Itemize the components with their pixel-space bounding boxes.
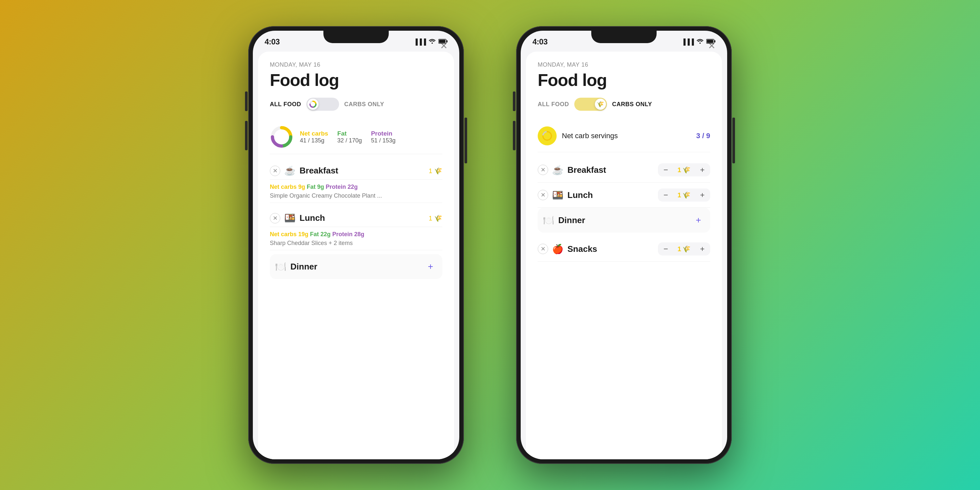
snacks-stepper-row: ✕ 🍎 Snacks − 1 🌾 +: [538, 237, 710, 262]
breakfast-detail-left: Net carbs 9g Fat 9g Protein 22g Simple O…: [270, 180, 442, 203]
svg-rect-9: [707, 40, 713, 43]
page-title-left: Food log: [270, 70, 442, 90]
protein-label: Protein: [371, 130, 396, 137]
wifi-icon-left: [429, 38, 436, 45]
dinner-name-left: Dinner: [290, 262, 420, 272]
breakfast-delete-btn-left[interactable]: ✕: [270, 165, 280, 176]
dinner-header-right: 🍽️ Dinner +: [543, 208, 705, 232]
breakfast-delete-btn-right[interactable]: ✕: [538, 165, 548, 175]
svg-point-6: [699, 43, 701, 44]
toggle-right: ALL FOOD 🌾 CARBS ONLY: [538, 98, 710, 111]
lunch-food-left: Sharp Cheddar Slices + 2 items: [270, 240, 442, 247]
lunch-stepper: − 1 🌾 +: [658, 188, 710, 202]
breakfast-increment-btn[interactable]: +: [696, 163, 709, 177]
carb-label: Net carb servings: [562, 132, 691, 140]
status-time-left: 4:03: [265, 37, 280, 46]
nutrition-values: Net carbs 41 / 135g Fat 32 / 170g Protei…: [300, 130, 396, 144]
breakfast-stepper-value: 1 🌾: [676, 166, 692, 174]
lunch-delete-btn-left[interactable]: ✕: [270, 213, 280, 223]
dinner-section-left: 🍽️ Dinner +: [270, 254, 442, 279]
snacks-increment-btn[interactable]: +: [696, 242, 709, 255]
snacks-delete-btn-right[interactable]: ✕: [538, 244, 548, 254]
protein-item: Protein 51 / 153g: [371, 130, 396, 144]
volume-down-button[interactable]: [245, 121, 248, 150]
snacks-icon-right: 🍎: [552, 244, 563, 255]
dinner-name-right: Dinner: [558, 215, 688, 225]
svg-rect-2: [447, 40, 447, 43]
ring-chart: [270, 125, 293, 149]
toggle-all-food-label-right[interactable]: ALL FOOD: [538, 101, 569, 108]
screen-content-right: ✕ MONDAY, MAY 16 Food log ALL FOOD 🌾 CAR…: [526, 52, 722, 459]
carb-icon: [538, 126, 557, 145]
date-right: MONDAY, MAY 16: [538, 61, 710, 68]
lunch-detail-left: Net carbs 19g Fat 22g Protein 28g Sharp …: [270, 227, 442, 250]
volume-up-button[interactable]: [245, 91, 248, 111]
lunch-name-right: Lunch: [568, 190, 654, 200]
lunch-delete-btn-right[interactable]: ✕: [538, 190, 548, 200]
breakfast-stepper-row: ✕ ☕ Breakfast − 1 🌾 +: [538, 158, 710, 183]
toggle-carbs-only-label-left[interactable]: CARBS ONLY: [344, 101, 384, 108]
lunch-stepper-value: 1 🌾: [676, 191, 692, 199]
breakfast-macros-left: Net carbs 9g Fat 9g Protein 22g: [270, 184, 442, 191]
protein-value: 51 / 153g: [371, 137, 396, 144]
dinner-icon-right: 🍽️: [543, 215, 554, 226]
notch-right: [591, 31, 657, 43]
volume-down-button-right[interactable]: [513, 121, 515, 150]
fat-value: 32 / 170g: [337, 137, 362, 144]
lunch-icon-left: 🍱: [284, 213, 296, 223]
breakfast-serving-left: 1 🌾: [429, 167, 442, 175]
status-time-right: 4:03: [533, 37, 547, 46]
toggle-switch-right[interactable]: 🌾: [574, 98, 607, 111]
breakfast-header-left: ✕ ☕ Breakfast 1 🌾: [270, 159, 442, 180]
fat-item: Fat 32 / 170g: [337, 130, 362, 144]
dinner-add-btn-right[interactable]: +: [692, 214, 705, 227]
phone-screen-left: 4:03 ▐▐▐ ✕ MONDAY, MAY 16 Food log ALL F…: [253, 31, 459, 459]
dinner-section-right: 🍽️ Dinner +: [538, 208, 710, 232]
battery-icon-left: [438, 38, 447, 45]
status-icons-left: ▐▐▐: [414, 38, 447, 45]
dinner-add-btn-left[interactable]: +: [424, 260, 437, 273]
lunch-serving-left: 1 🌾: [429, 214, 442, 222]
net-carb-row: Net carb servings 3 / 9: [538, 120, 710, 152]
wifi-icon-right: [697, 38, 704, 45]
svg-rect-3: [439, 40, 445, 43]
status-icons-right: ▐▐▐: [681, 38, 715, 45]
phone-left: 4:03 ▐▐▐ ✕ MONDAY, MAY 16 Food log ALL F…: [248, 26, 464, 464]
breakfast-name-right: Breakfast: [568, 165, 654, 175]
signal-icon-left: ▐▐▐: [414, 38, 426, 45]
snacks-stepper-value: 1 🌾: [676, 245, 692, 253]
snacks-decrement-btn[interactable]: −: [659, 242, 672, 255]
toggle-switch-left[interactable]: [306, 98, 339, 111]
snacks-name-right: Snacks: [568, 244, 654, 254]
page-title-right: Food log: [538, 70, 710, 90]
signal-icon-right: ▐▐▐: [681, 38, 694, 45]
lunch-decrement-btn[interactable]: −: [659, 188, 672, 202]
svg-point-0: [431, 43, 433, 44]
net-carbs-label: Net carbs: [300, 130, 328, 137]
breakfast-food-left: Simple Organic Creamy Chocolate Plant ..…: [270, 192, 442, 199]
breakfast-name-left: Breakfast: [299, 165, 425, 176]
screen-content-left: ✕ MONDAY, MAY 16 Food log ALL FOOD: [258, 52, 454, 459]
breakfast-icon-left: ☕: [284, 165, 296, 176]
toggle-thumb-right: 🌾: [595, 99, 606, 110]
toggle-all-food-label-left[interactable]: ALL FOOD: [270, 101, 301, 108]
lunch-icon-right: 🍱: [552, 190, 563, 200]
carb-value: 3 / 9: [696, 132, 710, 140]
breakfast-icon-right: ☕: [552, 165, 563, 175]
toggle-carbs-only-label-right[interactable]: CARBS ONLY: [612, 101, 652, 108]
phone-screen-right: 4:03 ▐▐▐ ✕ MONDAY, MAY 16 Food log ALL F…: [521, 31, 727, 459]
volume-up-button-right[interactable]: [513, 91, 515, 111]
lunch-section-left: ✕ 🍱 Lunch 1 🌾 Net carbs 19g Fat 22g Prot…: [270, 207, 442, 250]
toggle-thumb-left: [307, 99, 318, 110]
breakfast-section-left: ✕ ☕ Breakfast 1 🌾 Net carbs 9g Fat 9g Pr…: [270, 159, 442, 203]
notch: [323, 31, 389, 43]
nutrition-summary: Net carbs 41 / 135g Fat 32 / 170g Protei…: [270, 120, 442, 154]
phone-right: 4:03 ▐▐▐ ✕ MONDAY, MAY 16 Food log ALL F…: [516, 26, 732, 464]
svg-rect-8: [714, 40, 715, 43]
power-button-right[interactable]: [732, 118, 735, 163]
snacks-stepper: − 1 🌾 +: [658, 242, 710, 255]
power-button[interactable]: [465, 118, 467, 163]
lunch-increment-btn[interactable]: +: [696, 188, 709, 202]
battery-icon-right: [706, 38, 715, 45]
breakfast-decrement-btn[interactable]: −: [659, 163, 672, 177]
